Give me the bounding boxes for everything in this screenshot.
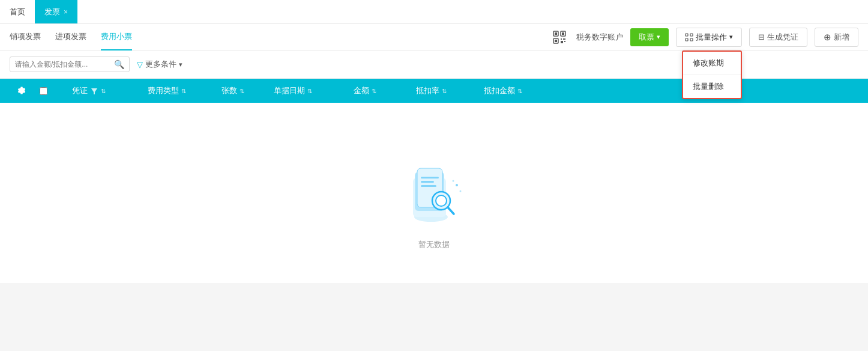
qrcode-button[interactable]: [550, 28, 569, 47]
search-icon[interactable]: 🔍: [114, 60, 124, 69]
svg-rect-6: [561, 38, 562, 40]
deduct-amount-sort-icon[interactable]: ⇅: [517, 88, 522, 94]
rate-sort-icon[interactable]: ⇅: [442, 88, 447, 94]
svg-rect-20: [421, 181, 434, 183]
voucher-sort-icon[interactable]: ⇅: [101, 88, 106, 94]
tab-jin-invoice[interactable]: 进项发票: [55, 24, 86, 50]
batch-dropdown-menu: 修改账期 批量删除: [682, 50, 742, 99]
svg-point-26: [460, 191, 462, 192]
more-conditions-chevron: ▾: [179, 61, 182, 69]
svg-rect-8: [561, 41, 563, 43]
batch-operation-wrapper: 批量操作 ▾ 修改账期 批量删除: [676, 28, 742, 47]
svg-rect-10: [686, 34, 688, 36]
date-sort-icon[interactable]: ⇅: [307, 88, 312, 94]
sub-nav-right: 税务数字账户 取票 ▾ 批量操作 ▾ 修改账期: [550, 28, 858, 47]
tax-account-button[interactable]: 税务数字账户: [576, 32, 623, 43]
svg-point-23: [436, 195, 447, 206]
batch-operation-button[interactable]: 批量操作 ▾: [676, 28, 742, 47]
expense-type-sort-icon[interactable]: ⇅: [181, 88, 186, 94]
select-all-checkbox[interactable]: [40, 87, 47, 95]
svg-rect-11: [690, 34, 693, 36]
batch-chevron: ▾: [729, 33, 733, 41]
take-ticket-chevron: ▾: [657, 33, 660, 41]
home-label: 首页: [10, 7, 25, 17]
search-wrap[interactable]: 🔍: [10, 56, 130, 72]
th-count[interactable]: 张数 ⇅: [209, 85, 257, 96]
svg-rect-1: [555, 32, 557, 35]
take-ticket-label: 取票: [639, 32, 654, 43]
tab-xiao-invoice[interactable]: 销项发票: [10, 24, 41, 50]
svg-rect-9: [564, 41, 565, 42]
th-voucher[interactable]: 凭证 ⇅: [53, 85, 125, 96]
th-checkbox[interactable]: [34, 87, 53, 95]
more-conditions-button[interactable]: ▽ 更多条件 ▾: [137, 59, 182, 70]
empty-state-icon: [398, 160, 470, 232]
sub-nav: 销项发票 进项发票 费用小票 税务数字账户: [0, 24, 868, 50]
dropdown-batch-delete[interactable]: 批量删除: [683, 75, 741, 98]
svg-rect-5: [555, 40, 557, 42]
svg-marker-14: [91, 88, 97, 94]
batch-icon: [685, 33, 693, 41]
svg-rect-19: [421, 177, 439, 179]
svg-rect-7: [563, 38, 565, 40]
amount-sort-icon[interactable]: ⇅: [372, 88, 376, 94]
count-sort-icon[interactable]: ⇅: [240, 88, 244, 94]
add-icon: ⊕: [824, 32, 831, 43]
svg-rect-3: [562, 32, 564, 35]
voucher-filter-icon[interactable]: [90, 87, 98, 95]
more-conditions-label: 更多条件: [145, 59, 176, 70]
tab-label: 发票: [44, 7, 60, 17]
th-deduct-amount[interactable]: 抵扣金额 ⇅: [461, 85, 545, 96]
empty-state-text: 暂无数据: [418, 239, 450, 250]
svg-line-24: [448, 207, 454, 214]
generate-voucher-button[interactable]: ⊟ 生成凭证: [749, 28, 807, 47]
add-label: 新增: [834, 32, 849, 43]
th-amount[interactable]: 金额 ⇅: [329, 85, 401, 96]
svg-point-25: [456, 184, 458, 186]
th-rate[interactable]: 抵扣率 ⇅: [401, 85, 461, 96]
svg-rect-13: [690, 38, 693, 41]
batch-operation-label: 批量操作: [696, 32, 727, 43]
sub-nav-left: 销项发票 进项发票 费用小票: [10, 24, 132, 50]
tab-close-icon[interactable]: ×: [64, 8, 68, 16]
th-expense-type[interactable]: 费用类型 ⇅: [125, 85, 209, 96]
th-date[interactable]: 单据日期 ⇅: [257, 85, 329, 96]
svg-point-27: [453, 180, 454, 182]
generate-voucher-label: 生成凭证: [767, 32, 798, 43]
filter-icon: ▽: [137, 60, 143, 69]
take-ticket-button[interactable]: 取票 ▾: [630, 28, 669, 46]
search-input[interactable]: [15, 60, 114, 69]
settings-icon[interactable]: [17, 86, 26, 96]
svg-rect-12: [686, 38, 688, 41]
invoice-tab[interactable]: 发票 ×: [35, 0, 77, 23]
svg-rect-21: [421, 185, 436, 187]
home-nav-item[interactable]: 首页: [0, 0, 35, 23]
add-button[interactable]: ⊕ 新增: [815, 28, 858, 47]
dropdown-modify-period[interactable]: 修改账期: [683, 52, 741, 75]
tab-fei-invoice[interactable]: 费用小票: [101, 24, 132, 50]
empty-state: 暂无数据: [0, 103, 868, 283]
th-settings[interactable]: [10, 86, 34, 96]
qrcode-icon: [553, 31, 566, 44]
generate-icon: ⊟: [758, 32, 765, 41]
